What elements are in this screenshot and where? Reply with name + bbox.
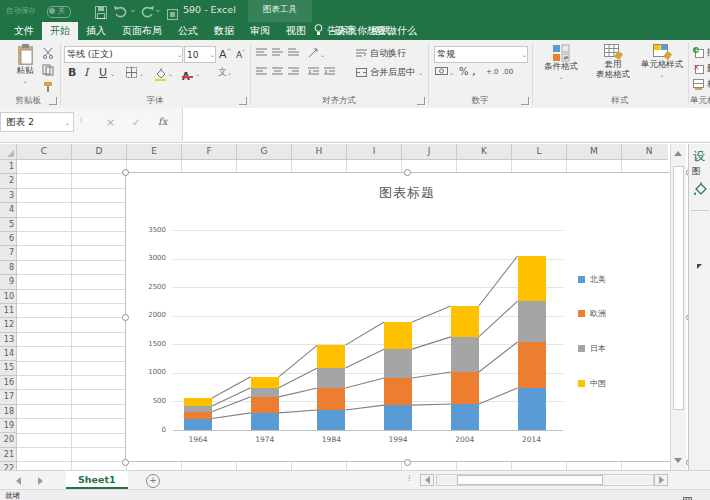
- formula-input[interactable]: [182, 108, 710, 141]
- column-header-K[interactable]: K: [457, 144, 512, 159]
- tab-文件[interactable]: 文件: [6, 22, 42, 40]
- bar-segment-欧洲[interactable]: [384, 378, 412, 405]
- bar-segment-日本[interactable]: [317, 368, 345, 388]
- bar-segment-日本[interactable]: [251, 388, 279, 397]
- cut-icon[interactable]: [42, 48, 54, 59]
- legend-item-北美[interactable]: 北美: [578, 262, 606, 297]
- undo-icon[interactable]: [114, 4, 129, 23]
- column-header-D[interactable]: D: [72, 144, 127, 159]
- redo-icon[interactable]: [139, 4, 154, 23]
- undo-dropdown-icon[interactable]: ⌄: [129, 4, 137, 14]
- row-header-18[interactable]: 18: [0, 405, 16, 419]
- tab-插入[interactable]: 插入: [78, 22, 114, 40]
- row-header-6[interactable]: 6: [0, 232, 16, 246]
- row-header-7[interactable]: 7: [0, 246, 16, 260]
- bar-segment-北美[interactable]: [317, 410, 345, 430]
- legend-item-欧洲[interactable]: 欧洲: [578, 297, 606, 332]
- insert-cells-button[interactable]: + 插入: [693, 46, 710, 59]
- format-cells-button[interactable]: 格式: [693, 78, 710, 91]
- font-name-select[interactable]: 等线 (正文) ⌄: [64, 46, 183, 63]
- bar-segment-中国[interactable]: [251, 377, 279, 388]
- row-header-5[interactable]: 5: [0, 218, 16, 232]
- horizontal-scroll-thumb[interactable]: [457, 475, 603, 485]
- tab-开始[interactable]: 开始: [42, 22, 78, 40]
- decrease-indent-icon[interactable]: [308, 67, 319, 76]
- alignment-dialog-launcher-icon[interactable]: [417, 97, 425, 105]
- decrease-decimal-button[interactable]: .00: [502, 68, 513, 76]
- chart-selection-handle[interactable]: [122, 314, 129, 321]
- copy-icon[interactable]: [42, 64, 54, 76]
- bar-segment-欧洲[interactable]: [451, 372, 479, 404]
- bar-segment-中国[interactable]: [451, 306, 479, 337]
- row-header-22[interactable]: 22: [0, 462, 16, 470]
- row-header-21[interactable]: 21: [0, 448, 16, 462]
- sheet-nav-left-icon[interactable]: [16, 477, 21, 485]
- align-middle-icon[interactable]: [272, 48, 283, 57]
- bar-segment-欧洲[interactable]: [184, 412, 212, 419]
- legend-item-日本[interactable]: 日本: [578, 331, 606, 366]
- borders-icon[interactable]: [126, 67, 137, 78]
- tab-审阅[interactable]: 审阅: [242, 22, 278, 40]
- column-header-M[interactable]: M: [567, 144, 622, 159]
- tab-公式[interactable]: 公式: [170, 22, 206, 40]
- column-header-G[interactable]: G: [237, 144, 292, 159]
- align-top-icon[interactable]: [256, 48, 267, 57]
- column-header-H[interactable]: H: [292, 144, 347, 159]
- row-header-9[interactable]: 9: [0, 275, 16, 289]
- sheet-nav-right-icon[interactable]: [38, 477, 43, 485]
- font-color-icon[interactable]: A: [182, 65, 190, 84]
- tab-数据[interactable]: 数据: [206, 22, 242, 40]
- underline-dropdown-icon[interactable]: ⌄: [110, 70, 115, 77]
- clipboard-dialog-launcher-icon[interactable]: [49, 97, 57, 105]
- select-all-button[interactable]: [0, 144, 17, 160]
- decrease-font-icon[interactable]: Aˇ: [236, 49, 245, 60]
- bar-segment-北美[interactable]: [451, 404, 479, 430]
- row-header-20[interactable]: 20: [0, 433, 16, 447]
- horizontal-scrollbar[interactable]: [436, 474, 654, 486]
- bar-segment-北美[interactable]: [384, 405, 412, 430]
- enter-icon[interactable]: ✓: [132, 117, 140, 128]
- align-left-icon[interactable]: [256, 67, 267, 76]
- fill-color-icon[interactable]: [154, 66, 167, 85]
- accounting-dropdown-icon[interactable]: ⌄: [449, 69, 454, 76]
- row-header-12[interactable]: 12: [0, 318, 16, 332]
- wrap-text-button[interactable]: 自动换行: [356, 47, 406, 60]
- column-header-C[interactable]: C: [17, 144, 72, 159]
- column-header-I[interactable]: I: [347, 144, 402, 159]
- fill-color-dropdown-icon[interactable]: ⌄: [168, 70, 173, 77]
- accounting-format-icon[interactable]: [435, 66, 448, 76]
- formula-bar-splitter[interactable]: ⁞: [80, 116, 83, 125]
- bar-segment-中国[interactable]: [317, 345, 345, 368]
- bar-segment-北美[interactable]: [184, 419, 212, 430]
- bar-segment-欧洲[interactable]: [518, 342, 546, 388]
- format-painter-icon[interactable]: [42, 81, 54, 93]
- phonetic-guide-button[interactable]: 文⌄: [218, 66, 232, 79]
- row-header-14[interactable]: 14: [0, 347, 16, 361]
- column-header-J[interactable]: J: [402, 144, 457, 159]
- save-icon[interactable]: [95, 4, 107, 23]
- hscroll-left-icon[interactable]: [420, 474, 434, 486]
- cell-styles-button[interactable]: 单元格样式 ⌄: [638, 44, 686, 79]
- number-dialog-launcher-icon[interactable]: [521, 97, 529, 105]
- vertical-scrollbar[interactable]: [670, 144, 686, 470]
- orientation-dropdown-icon[interactable]: ⌄: [320, 51, 325, 58]
- bar-segment-欧洲[interactable]: [251, 397, 279, 413]
- increase-font-icon[interactable]: A^: [219, 47, 232, 61]
- row-header-19[interactable]: 19: [0, 419, 16, 433]
- font-color-dropdown-icon[interactable]: ⌄: [195, 70, 200, 77]
- align-bottom-icon[interactable]: [288, 48, 299, 57]
- row-header-1[interactable]: 1: [0, 160, 16, 174]
- autosave-toggle[interactable]: 关: [47, 6, 71, 18]
- underline-button[interactable]: U: [99, 66, 107, 79]
- hscroll-right-icon[interactable]: [654, 474, 668, 486]
- percent-style-button[interactable]: %: [459, 66, 469, 77]
- bold-button[interactable]: B: [68, 66, 76, 79]
- insert-function-icon[interactable]: fx: [158, 116, 167, 127]
- column-header-E[interactable]: E: [127, 144, 182, 159]
- orientation-icon[interactable]: [308, 47, 319, 58]
- row-header-3[interactable]: 3: [0, 189, 16, 203]
- column-header-L[interactable]: L: [512, 144, 567, 159]
- paste-button[interactable]: 粘贴 ⌄: [8, 44, 42, 85]
- delete-cells-button[interactable]: × 删除: [693, 62, 710, 75]
- borders-dropdown-icon[interactable]: ⌄: [139, 70, 144, 77]
